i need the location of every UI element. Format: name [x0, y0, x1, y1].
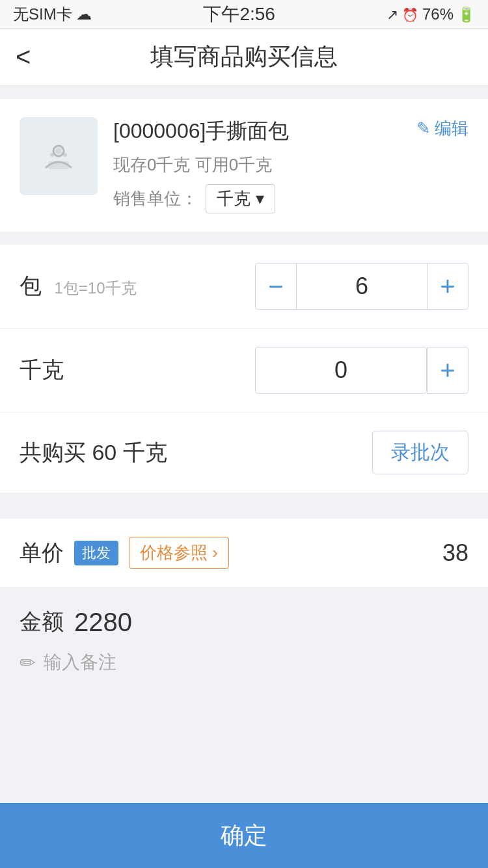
- section-separator-1: [0, 232, 488, 245]
- status-time: 下午2:56: [203, 2, 275, 27]
- remark-row[interactable]: ✏ 输入备注: [20, 650, 468, 675]
- amount-row: 金额 2280: [20, 607, 468, 637]
- pifa-badge: 批发: [74, 541, 118, 565]
- amount-label: 金额: [20, 607, 64, 637]
- summary-prefix: 共购买: [20, 440, 86, 465]
- status-right: 76%: [386, 5, 475, 23]
- price-section: 单价 批发 价格参照 › 38: [0, 519, 488, 588]
- price-value: 38: [442, 539, 468, 567]
- product-stock: 现存0千克 可用0千克: [113, 154, 468, 176]
- summary-row: 共购买 60 千克 录批次: [0, 413, 488, 493]
- svg-point-1: [55, 148, 62, 154]
- product-name: [0000006]手撕面包: [113, 117, 468, 146]
- package-plus-button[interactable]: +: [427, 263, 468, 310]
- amount-value: 2280: [74, 608, 132, 637]
- product-unit-row: 销售单位： 千克 ▾: [113, 184, 468, 213]
- arrow-icon: [386, 5, 398, 23]
- confirm-button[interactable]: 确定: [0, 803, 488, 868]
- summary-amount: 60: [92, 440, 122, 465]
- product-image: [20, 117, 98, 195]
- package-input[interactable]: [297, 263, 427, 310]
- svg-point-2: [50, 153, 54, 157]
- package-hint: 1包=10千克: [54, 279, 136, 297]
- kilogram-label: 千克: [20, 355, 255, 385]
- page-title: 填写商品购买信息: [150, 41, 338, 73]
- package-minus-button[interactable]: −: [255, 263, 297, 310]
- product-info: [0000006]手撕面包 现存0千克 可用0千克 销售单位： 千克 ▾: [113, 117, 468, 213]
- nav-bar: < 填写商品购买信息: [0, 29, 488, 86]
- product-card: [0000006]手撕面包 现存0千克 可用0千克 销售单位： 千克 ▾ ✎ 编…: [0, 99, 488, 232]
- kilogram-input[interactable]: [255, 347, 427, 394]
- kilogram-number-control: +: [255, 347, 468, 394]
- package-label: 包 1包=10千克: [20, 271, 255, 301]
- unit-label: 销售单位：: [113, 187, 198, 210]
- confirm-label: 确定: [221, 820, 267, 852]
- summary-unit: 千克: [123, 440, 167, 465]
- kilogram-plus-button[interactable]: +: [427, 347, 468, 394]
- battery-label: 76%: [422, 5, 454, 23]
- batch-button[interactable]: 录批次: [372, 431, 468, 474]
- chevron-down-icon: ▾: [256, 189, 264, 209]
- edit-icon: ✎: [416, 118, 431, 139]
- status-left: 无SIM卡 ☁: [13, 4, 92, 25]
- battery-icon: [457, 5, 475, 23]
- edit-label: 编辑: [435, 117, 468, 140]
- alarm-icon: [402, 5, 418, 23]
- back-button[interactable]: <: [16, 42, 31, 72]
- kilogram-row: 千克 +: [0, 329, 488, 413]
- svg-rect-4: [48, 161, 69, 169]
- section-separator-2: [0, 493, 488, 506]
- svg-point-3: [63, 153, 67, 157]
- price-label: 单价: [20, 538, 64, 568]
- pencil-icon: ✏: [20, 651, 36, 674]
- amount-section: 金额 2280 ✏ 输入备注: [0, 588, 488, 688]
- summary-text: 共购买 60 千克: [20, 438, 167, 468]
- package-number-control: − +: [255, 263, 468, 310]
- unit-select[interactable]: 千克 ▾: [206, 184, 275, 213]
- unit-value: 千克: [217, 187, 251, 210]
- sim-label: 无SIM卡 ☁: [13, 4, 92, 25]
- status-bar: 无SIM卡 ☁ 下午2:56 76%: [0, 0, 488, 29]
- price-row: 单价 批发 价格参照 › 38: [0, 519, 488, 588]
- remark-placeholder: 输入备注: [44, 650, 116, 675]
- package-label-text: 包: [20, 273, 42, 298]
- package-row: 包 1包=10千克 − +: [0, 245, 488, 329]
- edit-button[interactable]: ✎ 编辑: [416, 117, 468, 140]
- package-input-section: 包 1包=10千克 − + 千克 +: [0, 245, 488, 413]
- price-ref-button[interactable]: 价格参照 ›: [129, 537, 229, 569]
